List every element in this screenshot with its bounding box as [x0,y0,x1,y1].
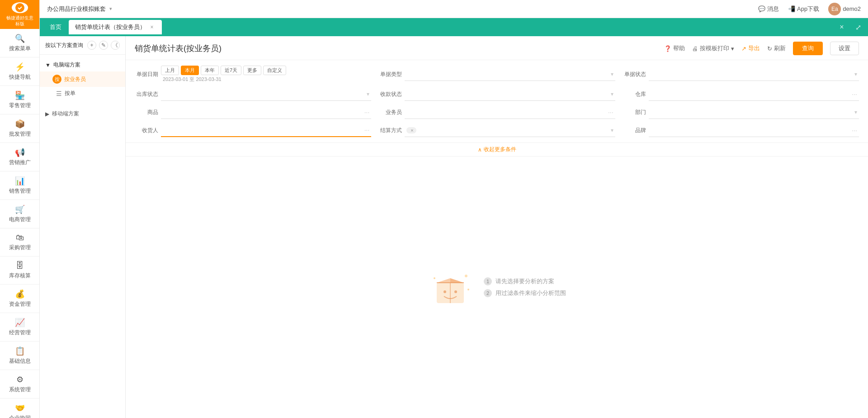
goods-input[interactable]: ··· [161,105,371,119]
salesperson-input[interactable]: ··· [405,105,615,119]
refresh-btn[interactable]: ↻ 刷新 [767,44,786,52]
sidebar-item-operations[interactable]: 📈 经营管理 [0,313,39,342]
content: 按以下方案查询 + ✎ 《 ▼ 电脑端方案 按 按业务员 ☰ 按 [40,36,868,418]
sidebar-item-ecommerce[interactable]: 🛒 电商管理 [0,200,39,228]
tip-num-2: 2 [484,289,492,297]
collapse-bar[interactable]: ∧ 收起更多条件 [126,143,868,157]
date-last7-btn[interactable]: 近7天 [221,66,241,75]
collapse-scheme-btn[interactable]: 《 [111,41,120,50]
main-area: 办公用品行业模拟账套 ▾ 💬 消息 📲 App下载 Ea demo2 首页 [40,0,868,418]
out-status-dropdown-arrow: ▾ [367,91,369,97]
desktop-group-label[interactable]: ▼ 电脑端方案 [40,58,125,71]
filter-cell-salesperson: 业务员 ··· [378,105,615,119]
out-status-input[interactable]: ▾ [161,87,371,101]
doc-status-input[interactable]: ▾ [649,67,859,81]
sidebar-item-enterprise[interactable]: 🤝 企业协同 [0,399,39,418]
tab-close-icon[interactable]: × [148,24,156,31]
goods-dots-btn[interactable]: ··· [364,109,370,116]
collection-status-input[interactable]: ▾ [405,87,615,101]
department-label: 部门 [623,109,646,116]
sidebar-logo[interactable]: 畅捷通好生意标版 [0,0,40,29]
print-btn[interactable]: 🖨 按模板打印 ▾ [692,44,734,52]
empty-illustration [428,265,473,310]
help-icon: ❓ [664,45,671,52]
sidebar-item-inventory[interactable]: 🗄 库存核算 [0,256,39,285]
warehouse-input[interactable]: ··· [649,87,859,101]
settings-button[interactable]: 设置 [830,42,859,55]
scheme-item-salesperson[interactable]: 按 按业务员 [40,71,125,87]
finance-icon: 💰 [15,289,25,299]
salesperson-dots-btn[interactable]: ··· [608,109,613,116]
filter-cell-doc-status: 单据状态 ▾ [623,66,859,83]
sidebar-item-finance[interactable]: 💰 资金管理 [0,285,39,313]
enterprise-icon: 🤝 [15,403,25,413]
empty-state: 1 请先选择要分析的方案 2 用过滤条件来缩小分析范围 [126,157,868,418]
scheme-sub-item-order[interactable]: ☰ 按单 [40,87,125,100]
search-icon: 🔍 [15,33,25,43]
settlement-input[interactable]: × ▾ [405,124,615,137]
date-this-month-btn[interactable]: 本月 [181,66,199,75]
mobile-group-label[interactable]: ▶ 移动端方案 [40,107,125,120]
date-last-month-btn[interactable]: 上月 [161,66,179,75]
left-panel: 按以下方案查询 + ✎ 《 ▼ 电脑端方案 按 按业务员 ☰ 按 [40,36,126,418]
page-actions: ❓ 帮助 🖨 按模板打印 ▾ ↗ 导出 ↻ 刷新 [664,42,859,55]
sidebar-item-wholesale[interactable]: 📦 批发管理 [0,114,39,143]
export-btn[interactable]: ↗ 导出 [741,44,760,52]
svg-point-6 [443,290,446,293]
sidebar-item-system[interactable]: ⚙ 系统管理 [0,370,39,399]
settlement-tag-close[interactable]: × [410,128,413,133]
tab-close-btn[interactable]: × [835,21,848,33]
tab-home[interactable]: 首页 [43,20,68,34]
print-dropdown-arrow[interactable]: ▾ [731,45,734,52]
date-label: 单据日期 [135,71,158,78]
export-icon: ↗ [741,45,746,52]
date-this-year-btn[interactable]: 本年 [201,66,219,75]
settlement-tag: × [406,127,416,133]
query-button[interactable]: 查询 [793,42,823,55]
add-scheme-btn[interactable]: + [87,41,96,50]
sidebar-item-sales[interactable]: 📊 销售管理 [0,171,39,200]
brand-dots-btn[interactable]: ··· [852,127,857,134]
svg-point-0 [15,3,24,12]
left-panel-header: 按以下方案查询 + ✎ 《 [40,36,125,55]
user-profile[interactable]: Ea demo2 [828,3,861,15]
message-btn[interactable]: 💬 消息 [758,5,779,13]
active-scheme-dot: 按 [52,75,61,84]
help-btn[interactable]: ❓ 帮助 [664,44,685,52]
collection-status-label: 收款状态 [378,90,402,98]
out-status-label: 出库状态 [135,90,158,98]
tab-maximize-btn[interactable]: ⤢ [852,21,864,33]
salesperson-label: 业务员 [378,109,402,116]
app-download-btn[interactable]: 📲 App下载 [788,5,819,13]
mobile-scheme-group: ▶ 移动端方案 [40,104,125,124]
doc-status-label: 单据状态 [623,71,646,78]
date-custom-btn[interactable]: 自定义 [263,66,286,75]
sidebar-item-basic-info[interactable]: 📋 基础信息 [0,342,39,370]
collapse-chevron-icon: ∧ [478,147,482,153]
purchase-icon: 🛍 [16,233,24,242]
topbar-right: 💬 消息 📲 App下载 Ea demo2 [758,3,861,15]
workspace-selector[interactable]: 办公用品行业模拟账套 ▾ [47,5,112,13]
logo-text: 畅捷通好生意标版 [6,15,33,27]
sidebar-item-purchase[interactable]: 🛍 采购管理 [0,228,39,256]
sidebar-item-search[interactable]: 🔍 搜索菜单 [0,29,39,57]
doc-type-input[interactable]: ▾ [405,67,615,81]
warehouse-label: 仓库 [623,90,646,98]
edit-scheme-btn[interactable]: ✎ [99,41,108,50]
date-more-btn[interactable]: 更多 [243,66,261,75]
receiver-dots-btn[interactable]: ··· [364,126,370,133]
filter-cell-brand: 品牌 ··· [623,124,859,137]
sidebar-item-marketing[interactable]: 📢 营销推广 [0,143,39,171]
sidebar-item-retail[interactable]: 🏪 零售管理 [0,86,39,114]
workspace-dropdown-arrow[interactable]: ▾ [109,6,112,12]
receiver-input[interactable]: ··· [161,124,371,137]
brand-input[interactable]: ··· [649,124,859,137]
empty-tips: 1 请先选择要分析的方案 2 用过滤条件来缩小分析范围 [484,277,566,297]
tab-sales-stats[interactable]: 销货单统计表（按业务员） × [69,20,162,34]
warehouse-dots-btn[interactable]: ··· [852,90,857,98]
sidebar: 畅捷通好生意标版 🔍 搜索菜单 ⚡ 快捷导航 🏪 零售管理 📦 批发管理 📢 营… [0,0,40,418]
collapse-label: ∧ 收起更多条件 [478,146,516,153]
department-input[interactable]: ▾ [649,105,859,119]
collapse-arrow: ▶ [45,111,49,117]
sidebar-item-shortcuts[interactable]: ⚡ 快捷导航 [0,57,39,86]
